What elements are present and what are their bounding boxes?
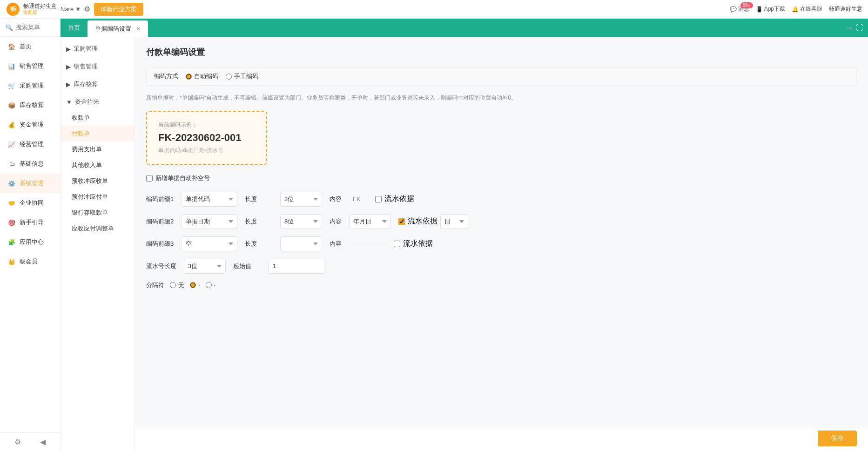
basic-icon: 🗂 [7, 160, 16, 168]
message-icon[interactable]: 💬 消息 99+ [730, 5, 749, 13]
sidebar-bottom: ⚙ ◀ [0, 432, 60, 451]
sub-sidebar: ▶ 采购管理 ▶ 销售管理 ▶ 库存核算 [61, 37, 135, 451]
length2-select[interactable]: 8位 [280, 214, 322, 229]
separator-options: 无 · · [170, 281, 215, 289]
app-download[interactable]: 📱 App下载 [756, 5, 785, 13]
auto-encoding-radio[interactable]: 自动编码 [186, 72, 218, 81]
sidebar-item-system[interactable]: ⚙️ 系统管理 [0, 174, 60, 193]
content1-label: 内容 [330, 195, 342, 203]
app-icon: 🧩 [7, 238, 16, 246]
serial-length-select[interactable]: 3位 4位 5位 [184, 259, 226, 274]
main-page: 付款单编码设置 编码方式 自动编码 手工编码 [135, 37, 868, 451]
prefix2-select[interactable]: 单据日期 [182, 214, 237, 229]
sub-item-adjustment[interactable]: 应收应付调整单 [61, 221, 135, 236]
sidebar-item-enterprise[interactable]: 🤝 企业协同 [0, 193, 60, 213]
sub-group-inventory: ▶ 库存核算 [61, 76, 135, 92]
user-name[interactable]: 畅通道好生意 [829, 5, 862, 13]
sub-item-bank[interactable]: 银行存取款单 [61, 205, 135, 221]
prefix1-select[interactable]: 单据代码 [182, 192, 237, 207]
action-btn[interactable]: 体验行业方案 [94, 3, 143, 16]
liushui2-period-select[interactable]: 日 月 年 [440, 214, 468, 229]
sidebar-item-operation[interactable]: 📈 经营管理 [0, 135, 60, 154]
minimize-btn[interactable]: ─ [847, 24, 852, 32]
sidebar-item-basic[interactable]: 🗂 基础信息 [0, 154, 60, 174]
content2-select[interactable]: 年月日 [349, 214, 391, 229]
topbar-nav[interactable]: Nare ▼ ⚙ [61, 5, 90, 13]
liushui3-label: 流水依据 [403, 239, 433, 249]
prefix3-select[interactable]: 空 [182, 236, 237, 251]
start-value-input[interactable] [269, 259, 324, 274]
length3-label: 长度 [245, 240, 273, 248]
sidebar-search[interactable]: 🔍 搜索菜单 [0, 19, 60, 37]
home-icon: 🏠 [7, 42, 16, 51]
operation-icon: 📈 [7, 140, 16, 148]
encoding-label: 编码方式 [154, 72, 178, 81]
inventory-icon: 📦 [7, 101, 16, 109]
sidebar-item-sales[interactable]: 📊 销售管理 [0, 56, 60, 76]
service-icon: 🔔 [792, 6, 799, 13]
sub-group-sales-header[interactable]: ▶ 销售管理 [61, 59, 135, 74]
sidebar-collapse-icon[interactable]: ◀ [40, 438, 46, 446]
sep-dot2-radio[interactable] [206, 282, 212, 288]
sub-item-prepayment-pay[interactable]: 预付冲应付单 [61, 189, 135, 205]
system-icon: ⚙️ [7, 179, 16, 188]
sep-dot-radio[interactable] [190, 282, 196, 288]
length3-select[interactable] [280, 236, 322, 251]
sidebar-item-purchase[interactable]: 🛒 采购管理 [0, 76, 60, 95]
sidebar-item-finance[interactable]: 💰 资金管理 [0, 115, 60, 135]
tab-encoding-settings[interactable]: 单据编码设置 ✕ [87, 20, 148, 37]
manual-encoding-radio[interactable]: 手工编码 [226, 72, 258, 81]
tab-close-icon[interactable]: ✕ [136, 26, 141, 32]
auto-fill-label[interactable]: 新增单据自动补空号 [155, 174, 210, 182]
liushui1-checkbox[interactable] [375, 196, 382, 202]
sidebar-item-inventory[interactable]: 📦 库存核算 [0, 95, 60, 115]
sub-item-receipts[interactable]: 收款单 [61, 110, 135, 126]
liushui2-checkbox[interactable] [398, 218, 405, 225]
sidebar-settings-icon[interactable]: ⚙ [14, 438, 21, 446]
sub-item-other-income[interactable]: 其他收入单 [61, 157, 135, 173]
tab-home[interactable]: 首页 [61, 19, 87, 37]
guide-icon: 🎯 [7, 218, 16, 227]
nav-dropdown[interactable]: Nare ▼ [61, 6, 81, 13]
logo-icon: 畅 [6, 2, 20, 17]
purchase-icon: 🛒 [7, 81, 16, 90]
sidebar-item-home[interactable]: 🏠 首页 [0, 37, 60, 56]
sub-group-purchase-header[interactable]: ▶ 采购管理 [61, 41, 135, 57]
save-button[interactable]: 保存 [818, 431, 857, 446]
topbar: 畅 畅通道好生意 搭配版 Nare ▼ ⚙ 体验行业方案 💬 消息 99+ 📱 … [0, 0, 868, 19]
length1-select[interactable]: 2位 [280, 192, 322, 207]
sidebar: 🔍 搜索菜单 🏠 首页 📊 销售管理 🛒 采购管理 📦 库存核算 💰 资金管理 … [0, 19, 61, 451]
chevron-down-icon: ▼ [75, 6, 81, 13]
auto-radio-input[interactable] [186, 74, 192, 80]
content2-label: 内容 [330, 217, 342, 226]
sep-dot2[interactable]: · [206, 282, 216, 289]
search-icon: 🔍 [6, 24, 13, 31]
page-title: 付款单编码设置 [146, 47, 857, 58]
liushui3-checkbox[interactable] [394, 241, 400, 247]
maximize-btn[interactable]: ⛶ [856, 24, 863, 32]
auto-fill-checkbox[interactable] [146, 175, 153, 182]
sub-group-inventory-header[interactable]: ▶ 库存核算 [61, 76, 135, 92]
sub-item-prepayment-receive[interactable]: 预收冲应收单 [61, 173, 135, 189]
sep-none-radio[interactable] [170, 282, 176, 288]
right-panel: 首页 单据编码设置 ✕ ─ ⛶ ▶ 采购管理 [61, 19, 868, 451]
liushui2-group: 流水依据 日 月 年 [398, 214, 468, 229]
sidebar-item-member[interactable]: 👑 畅会员 [0, 252, 60, 271]
sidebar-item-newguide[interactable]: 🎯 新手引导 [0, 213, 60, 232]
sep-dot[interactable]: · [190, 282, 200, 289]
separator-label: 分隔符 [146, 281, 164, 289]
prefix1-label: 编码前缀1 [146, 195, 174, 203]
sub-item-payment[interactable]: 付款单 [61, 126, 135, 141]
sep-none[interactable]: 无 [170, 281, 184, 289]
sub-item-expense[interactable]: 费用支出单 [61, 141, 135, 157]
sub-group-finance-header[interactable]: ▼ 资金往来 [61, 94, 135, 110]
online-service[interactable]: 🔔 在线客服 [792, 5, 822, 13]
settings-icon[interactable]: ⚙ [84, 5, 90, 13]
enterprise-icon: 🤝 [7, 199, 16, 207]
main-layout: 🔍 搜索菜单 🏠 首页 📊 销售管理 🛒 采购管理 📦 库存核算 💰 资金管理 … [0, 19, 868, 451]
sidebar-item-appcenter[interactable]: 🧩 应用中心 [0, 232, 60, 252]
manual-radio-input[interactable] [226, 74, 232, 80]
page-content: 付款单编码设置 编码方式 自动编码 手工编码 [135, 37, 868, 425]
chevron-right-icon3: ▶ [66, 81, 71, 88]
content1-value: FK [349, 195, 368, 202]
